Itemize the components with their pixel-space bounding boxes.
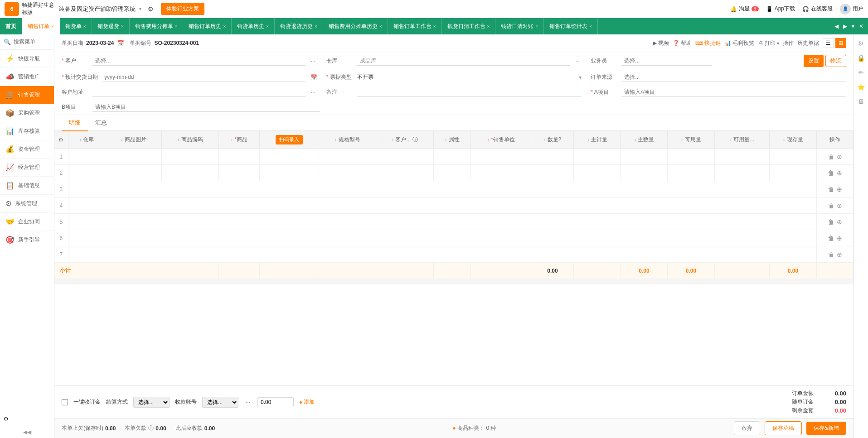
one-key-checkout-checkbox[interactable] (62, 399, 68, 405)
sidebar-item-inventory[interactable]: 📊 库存核算 (0, 122, 54, 140)
staff-input[interactable] (621, 56, 712, 66)
sidebar-item-sales[interactable]: 🛒 销售管理 (0, 86, 54, 104)
tab-close-icon[interactable]: × (433, 24, 436, 29)
payment-method-select[interactable]: 选择... (133, 397, 170, 408)
sidebar-item-system[interactable]: ⚙ 系统管理 (0, 195, 54, 213)
tab-sales-order[interactable]: 销售订单 × (22, 18, 60, 34)
warehouse-more-btn[interactable]: ··· (573, 58, 582, 64)
tab-next-arrow[interactable]: ▶ (841, 22, 849, 30)
user-item[interactable]: 👤 用户 (840, 4, 863, 14)
row-2-product[interactable] (218, 165, 259, 181)
remark-input[interactable] (357, 87, 582, 97)
row-2-code[interactable] (162, 165, 218, 181)
customer-input[interactable] (92, 56, 305, 66)
delete-icon[interactable]: 🗑 (828, 186, 834, 193)
tab-sales-order-history[interactable]: 销售订单历史 × (183, 18, 232, 34)
copy-icon[interactable]: ⊕ (837, 251, 842, 258)
copy-icon[interactable]: ⊕ (837, 202, 842, 209)
barcode-btn[interactable]: 扫码录入 (276, 135, 303, 144)
delete-icon[interactable]: 🗑 (828, 218, 834, 226)
copy-icon[interactable]: ⊕ (837, 218, 842, 226)
list-view-btn[interactable]: ☰ (823, 38, 834, 48)
row-1-customer-info[interactable] (376, 149, 434, 165)
copy-icon[interactable]: ⊕ (837, 169, 842, 177)
customer-more-btn[interactable]: ··· (309, 58, 317, 64)
b-project-input[interactable] (92, 102, 320, 112)
tab-sales-fee-split[interactable]: 销售费用分摊单 × (130, 18, 184, 34)
account-select[interactable]: 选择... (202, 397, 238, 408)
sidebar-collapse-btn[interactable]: ◀◀ (0, 426, 54, 438)
right-sidebar-icon-1[interactable]: ⚙ (856, 38, 867, 49)
product-count-icon[interactable]: ● (453, 425, 456, 431)
tab-sales-return-history[interactable]: 销货退货历史 × (275, 18, 323, 34)
discard-btn[interactable]: 放弃 (734, 421, 760, 435)
right-sidebar-icon-3[interactable]: ✏ (856, 67, 867, 78)
row-2-spec[interactable] (319, 165, 376, 181)
copy-icon[interactable]: ⊕ (837, 153, 842, 160)
shortcut-btn[interactable]: ⌨ 快捷键 (695, 39, 721, 47)
profit-preview-btn[interactable]: 📊 毛利预览 (724, 39, 754, 47)
row-2-attr[interactable] (434, 165, 471, 181)
delete-icon[interactable]: 🗑 (828, 202, 834, 209)
notification-item[interactable]: 🔔 淘显 9 (730, 5, 759, 13)
row-1-attr[interactable] (434, 149, 471, 165)
row-2-qty2[interactable] (531, 165, 574, 181)
col-barcode[interactable]: 扫码录入 (259, 131, 319, 149)
history-btn[interactable]: 历史单据 (797, 39, 819, 47)
operation-btn[interactable]: 操作 (783, 39, 794, 47)
delete-icon[interactable]: 🗑 (828, 169, 834, 177)
tab-close-all[interactable]: ✕ (857, 22, 865, 30)
delete-icon[interactable]: 🗑 (828, 235, 834, 242)
calendar-icon[interactable]: 📅 (117, 40, 124, 46)
sidebar-item-finance[interactable]: 💰 资金管理 (0, 140, 54, 159)
a-project-input[interactable] (621, 87, 846, 97)
view-btn[interactable]: ▶ 视频 (653, 39, 669, 47)
row-1-main-qty[interactable] (621, 149, 667, 165)
tab-sales-slip-history[interactable]: 销货单历史 × (232, 18, 275, 34)
row-1-product[interactable] (218, 149, 259, 165)
tab-close-icon[interactable]: × (83, 24, 86, 29)
order-source-input[interactable] (621, 72, 846, 82)
sidebar-item-operations[interactable]: 📈 经营管理 (0, 159, 54, 177)
row-1-warehouse[interactable] (68, 149, 105, 165)
row-1-spec[interactable] (319, 149, 376, 165)
industry-btn[interactable]: 体验行业方案 (161, 3, 204, 15)
tab-close-icon[interactable]: × (223, 24, 226, 29)
sidebar-item-basic-info[interactable]: 📋 基础信息 (0, 177, 54, 195)
system-title-arrow-icon[interactable]: ▾ (139, 6, 141, 11)
delivery-calendar-icon[interactable]: 📅 (310, 74, 317, 81)
sidebar-search[interactable]: 🔍 搜索菜单 (0, 34, 54, 50)
delete-icon[interactable]: 🗑 (828, 251, 834, 258)
delivery-date-input[interactable] (102, 72, 306, 82)
customer-addr-input[interactable] (92, 87, 305, 97)
tab-sales-return[interactable]: 销货退货 × (92, 18, 130, 34)
tab-close-icon[interactable]: × (175, 24, 178, 29)
tab-sales-slip[interactable]: 销货单 × (60, 18, 92, 34)
this-order-info-icon[interactable]: ⓘ (148, 424, 154, 432)
tab-sales-order-workbench[interactable]: 销售订单工作台 × (388, 18, 442, 34)
tab-close-icon[interactable]: × (266, 24, 269, 29)
row-1-code[interactable] (162, 149, 218, 165)
app-download-item[interactable]: 📱 App下载 (766, 5, 795, 13)
right-sidebar-icon-2[interactable]: 🔒 (856, 53, 867, 63)
copy-icon[interactable]: ⊕ (837, 235, 842, 242)
warehouse-input[interactable] (357, 56, 570, 66)
logistics-btn[interactable]: 物流 (825, 55, 846, 67)
sidebar-settings-btn[interactable]: ⚙ (0, 412, 54, 426)
copy-icon[interactable]: ⊕ (837, 186, 842, 193)
tab-prev-arrow[interactable]: ◀ (833, 22, 840, 30)
table-scrollbar[interactable] (54, 279, 853, 284)
amount-input[interactable] (257, 397, 294, 407)
col-settings[interactable]: ⚙ (54, 131, 68, 149)
tab-close-icon[interactable]: × (315, 24, 317, 29)
tab-list-arrow[interactable]: ▾ (850, 22, 856, 30)
addr-more-btn[interactable]: ··· (309, 89, 317, 96)
row-2-customer-info[interactable] (376, 165, 434, 181)
tab-close-icon[interactable]: × (589, 24, 592, 29)
tab-detail[interactable]: 明细 (62, 115, 88, 131)
right-sidebar-icon-4[interactable]: ⭐ (856, 82, 867, 92)
tab-sales-order-report[interactable]: 销售订单统计表 × (544, 18, 598, 34)
tab-close-icon[interactable]: × (51, 24, 54, 29)
print-dropdown-icon[interactable]: ▾ (777, 41, 779, 46)
settings-btn[interactable]: 设置 (804, 55, 824, 67)
